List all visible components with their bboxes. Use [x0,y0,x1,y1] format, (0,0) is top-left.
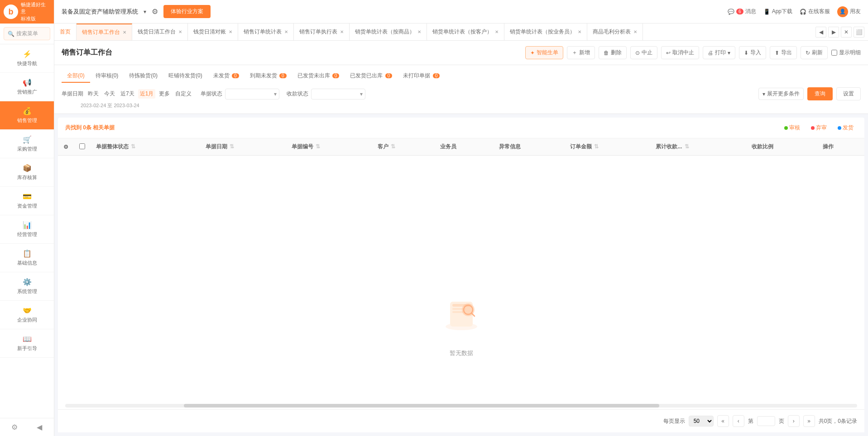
col-staff[interactable]: 业务员 [435,138,494,156]
stop-btn[interactable]: ⊙ 中止 [630,46,657,59]
expand-more-btn[interactable]: ▾ 展开更多条件 [758,88,804,100]
scrollbar-thumb[interactable] [184,404,659,408]
sidebar-item-quick-nav[interactable]: ⚡ 快捷导航 [0,44,54,73]
sidebar-item-inventory[interactable]: 📦 库存核算 [0,158,54,187]
sidebar-item-basic-info[interactable]: 📋 基础信息 [0,244,54,272]
col-exception[interactable]: 异常信息 [494,138,565,156]
tab-close-icon[interactable]: ✕ [284,29,288,34]
col-bill-status[interactable]: 单据整体状态 ⇅ [91,138,200,156]
page-next-btn[interactable]: › [788,415,800,427]
system-dropdown[interactable]: ▾ [144,9,146,15]
col-checkbox[interactable] [74,138,91,156]
page-size-select[interactable]: 20 50 100 [689,416,714,427]
tab-close-icon[interactable]: ✕ [417,29,421,34]
page-first-btn[interactable]: « [717,415,729,427]
sidebar-item-sales[interactable]: 💰 销售管理 [0,101,54,130]
tab-close-icon[interactable]: ✕ [123,30,126,35]
date-today-btn[interactable]: 今天 [102,89,117,99]
status-select[interactable] [225,89,279,100]
tab-gross-profit[interactable]: 商品毛利分析表 ✕ [587,24,643,41]
col-order-amount[interactable]: 订单金额 ⇅ [565,138,651,156]
page-last-btn[interactable]: » [803,415,815,427]
filter-tab-no-print[interactable]: 未打印单据 0 [398,70,445,83]
online-service-btn[interactable]: 🎧 在线客服 [800,8,830,15]
page-number-input[interactable]: 1 [757,416,775,426]
tab-sales-order-exec[interactable]: 销售订单执行表 ✕ [294,24,350,41]
select-all-checkbox[interactable] [79,143,85,149]
tab-close-icon[interactable]: ✕ [229,29,232,34]
delete-btn[interactable]: 🗑 删除 [599,46,627,59]
trial-btn[interactable]: 体验行业方案 [163,5,211,18]
date-1month-btn[interactable]: 近1月 [138,89,156,99]
sidebar-item-newbie[interactable]: 📖 新手引导 [0,329,54,358]
col-settings[interactable]: ⚙ [58,138,74,156]
sidebar-item-purchase[interactable]: 🛒 采购管理 [0,130,54,158]
settings-bottom-btn[interactable]: ⚙ [4,423,25,431]
filter-tab-shipped-out[interactable]: 已发货已出库 0 [345,70,398,83]
sidebar-item-management[interactable]: 📊 经营管理 [0,215,54,244]
ai-gen-btn[interactable]: ✦ 智能生单 [525,46,563,59]
tab-cash-daily-workbench[interactable]: 钱货日清工作台 ✕ [132,24,188,41]
tab-home[interactable]: 首页 [54,24,77,41]
col-payment-ratio[interactable]: 收款比例 [746,138,817,156]
display-detail-input[interactable] [831,50,837,56]
tab-sales-order-stats[interactable]: 销售订单统计表 ✕ [238,24,294,41]
tab-close-icon[interactable]: ✕ [633,29,637,34]
display-detail-checkbox[interactable]: 显示明细 [831,49,861,57]
date-yesterday-btn[interactable]: 昨天 [86,89,101,99]
header-settings-icon[interactable]: ⚙ [152,7,158,16]
filter-tab-wangpu[interactable]: 旺铺待发货(0) [163,70,208,83]
col-bill-no[interactable]: 单据编号 ⇅ [286,138,372,156]
sidebar-item-finance[interactable]: 💳 资金管理 [0,187,54,215]
tab-scroll-left-btn[interactable]: ◀ [815,27,826,38]
search-menu-btn[interactable]: 🔍 搜索菜单 [4,27,50,40]
message-btn[interactable]: 💬 6 消息 [728,8,756,15]
tab-close-icon[interactable]: ✕ [495,29,499,34]
tab-close-all-btn[interactable]: ✕ [841,27,852,38]
tab-sales-by-staff[interactable]: 销货单统计表（按业务员） ✕ [504,24,587,41]
import-btn[interactable]: ⬇ 导入 [739,46,766,59]
sidebar-item-system[interactable]: ⚙️ 系统管理 [0,272,54,301]
refresh-btn[interactable]: ↻ 刷新 [801,46,828,59]
sidebar-item-enterprise[interactable]: 🤝 企业协同 [0,301,54,329]
tab-maximize-btn[interactable]: ⬜ [854,27,864,38]
review-action-btn[interactable]: 审核 [781,122,804,133]
cancel-stop-btn[interactable]: ↩ 取消中止 [661,46,699,59]
collapse-sidebar-btn[interactable]: ◀ [29,423,51,431]
export-btn[interactable]: ⬆ 导出 [770,46,797,59]
payment-select[interactable] [311,89,365,100]
tab-close-icon[interactable]: ✕ [340,29,344,34]
col-customer[interactable]: 客户 ⇅ [372,138,435,156]
tab-cash-daily-reconcile[interactable]: 钱货日清对账 ✕ [188,24,238,41]
filter-tab-all[interactable]: 全部(0) [62,70,90,83]
tab-close-icon[interactable]: ✕ [578,29,581,34]
tab-sales-by-product[interactable]: 销货单统计表（按商品） ✕ [350,24,427,41]
horizontal-scrollbar[interactable] [65,404,857,408]
print-btn[interactable]: 🖨 打印 ▾ [703,46,735,59]
tab-sales-order-workbench[interactable]: 销售订单工作台 ✕ [77,24,132,41]
filter-tab-pending-review[interactable]: 待审核(0) [90,70,124,83]
anti-review-action-btn[interactable]: 弃审 [807,122,830,133]
sidebar-search[interactable]: 🔍 搜索菜单 [0,24,54,44]
query-btn[interactable]: 查询 [807,87,833,100]
col-bill-date[interactable]: 单据日期 ⇅ [200,138,286,156]
date-more-btn[interactable]: 更多 [157,89,172,99]
sidebar-item-marketing[interactable]: 📢 营销推广 [0,73,54,101]
tab-close-icon[interactable]: ✕ [178,29,182,34]
tab-sales-by-customer[interactable]: 销货单统计表（按客户） ✕ [427,24,504,41]
filter-tab-shipped-no-out[interactable]: 已发货未出库 0 [292,70,345,83]
filter-tab-not-shipped[interactable]: 未发货 0 [208,70,245,83]
filter-tab-pending-pick[interactable]: 待拣验货(0) [124,70,163,83]
date-custom-btn[interactable]: 自定义 [173,89,193,99]
filter-tab-overdue[interactable]: 到期未发货 0 [245,70,292,83]
ship-action-btn[interactable]: 发货 [834,122,857,133]
app-download-btn[interactable]: 📱 App下载 [763,8,792,15]
page-prev-btn[interactable]: ‹ [733,415,744,427]
col-accum-payment[interactable]: 累计收款... ⇅ [650,138,746,156]
tab-scroll-right-btn[interactable]: ▶ [828,27,839,38]
date-7days-btn[interactable]: 近7天 [119,89,136,99]
new-btn[interactable]: ＋ 新增 [567,46,595,59]
setup-btn[interactable]: 设置 [836,87,861,100]
user-menu-btn[interactable]: 👤 用友 [837,6,861,17]
main-content: 装备及固定资产辅助管理系统 ▾ ⚙ 体验行业方案 💬 6 消息 📱 App下载 … [54,0,868,436]
